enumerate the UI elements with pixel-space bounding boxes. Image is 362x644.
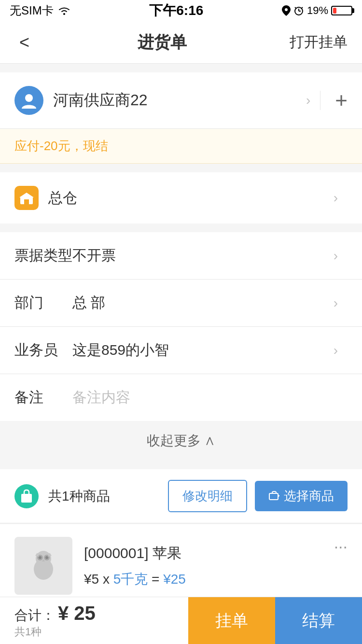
staff-row[interactable]: 业务员 这是859的小智 › (0, 327, 362, 374)
svg-rect-10 (21, 494, 32, 503)
battery-percent: 19% (307, 4, 328, 17)
total-amount: ¥ 25 (58, 602, 96, 624)
svg-point-1 (285, 8, 288, 11)
product-thumbnail (14, 537, 72, 595)
product-card: [0000001] 苹果 ¥5 x 5千克 = ¥25 ··· (0, 524, 362, 608)
select-product-button[interactable]: 选择商品 (255, 481, 348, 511)
unit-price: ¥5 x (84, 572, 113, 587)
product-name: [0000001] 苹果 (84, 544, 322, 563)
back-button[interactable]: < (14, 28, 34, 57)
shopping-bag-icon (19, 489, 34, 504)
remark-row[interactable]: 备注 备注内容 (0, 374, 362, 421)
nav-bar: < 进货单 打开挂单 (0, 21, 362, 64)
owl-logo-icon (27, 549, 60, 583)
section-gap-1 (0, 64, 362, 72)
invoice-value: 不开票 (72, 246, 334, 266)
svg-point-7 (25, 94, 33, 102)
warehouse-chevron-icon: › (334, 190, 338, 206)
select-product-label: 选择商品 (284, 488, 334, 504)
edit-detail-button[interactable]: 修改明细 (168, 480, 247, 512)
section-gap-2 (0, 164, 362, 172)
product-count-label: 共1种商品 (48, 487, 168, 505)
checkout-button[interactable]: 结算 (275, 597, 362, 644)
warehouse-icon-bg (14, 186, 39, 210)
cart-icon (268, 490, 280, 502)
total-text: 合计： (14, 606, 55, 625)
equals-sign: = (148, 572, 163, 587)
notice-banner: 应付-20元，现结 (0, 129, 362, 164)
bottom-bar: 合计： ¥ 25 共1种 挂单 结算 (0, 597, 362, 644)
status-bar: 无SIM卡 下午6:16 19% (0, 0, 362, 21)
invoice-label: 票据类型 (14, 246, 72, 266)
add-supplier-button[interactable]: + (335, 90, 348, 111)
dept-row[interactable]: 部门 总 部 › (0, 280, 362, 327)
total-section: 合计： ¥ 25 共1种 (0, 602, 188, 639)
invoice-row[interactable]: 票据类型 不开票 › (0, 232, 362, 280)
total-label: 合计： ¥ 25 (14, 602, 174, 625)
supplier-section: 河南供应商22 › + (0, 72, 362, 129)
dept-value: 总 部 (72, 293, 334, 313)
product-price-row: ¥5 x 5千克 = ¥25 (84, 570, 322, 588)
wifi-icon (57, 6, 71, 15)
warehouse-section: 总仓 › (0, 172, 362, 224)
collapse-toggle[interactable]: 收起更多 ∧ (0, 421, 362, 461)
open-hang-button[interactable]: 打开挂单 (290, 32, 348, 52)
supplier-avatar-icon (20, 91, 38, 110)
staff-label: 业务员 (14, 340, 72, 360)
product-info: [0000001] 苹果 ¥5 x 5千克 = ¥25 (84, 544, 322, 588)
svg-point-0 (63, 13, 65, 15)
dept-label: 部门 (14, 293, 72, 313)
hang-button[interactable]: 挂单 (188, 597, 275, 644)
warehouse-name: 总仓 (48, 188, 334, 208)
invoice-chevron-icon: › (334, 248, 338, 264)
subtotal: ¥25 (163, 572, 186, 587)
supplier-chevron-icon: › (306, 93, 310, 108)
page-title: 进货单 (138, 31, 187, 54)
product-title: 苹果 (153, 545, 181, 561)
battery-fill (333, 8, 336, 14)
warehouse-icon (19, 191, 34, 205)
location-icon (282, 5, 291, 16)
carrier-text: 无SIM卡 (10, 3, 54, 18)
total-sub: 共1种 (14, 625, 174, 639)
status-left: 无SIM卡 (10, 3, 71, 18)
svg-line-5 (295, 7, 296, 9)
staff-chevron-icon: › (334, 343, 338, 358)
warehouse-row[interactable]: 总仓 › (0, 172, 362, 224)
remark-label: 备注 (14, 388, 72, 407)
battery-icon (331, 6, 352, 15)
form-section: 票据类型 不开票 › 部门 总 部 › 业务员 这是859的小智 › 备注 备注… (0, 232, 362, 421)
product-more-button[interactable]: ··· (334, 537, 348, 556)
product-count-icon-bg (14, 484, 39, 508)
supplier-name[interactable]: 河南供应商22 (53, 90, 306, 111)
dept-chevron-icon: › (334, 295, 338, 311)
qty-value: 5千克 (113, 572, 148, 587)
staff-value: 这是859的小智 (72, 340, 334, 360)
section-gap-3 (0, 224, 362, 232)
products-header: 共1种商品 修改明细 选择商品 (0, 469, 362, 523)
alarm-icon (293, 5, 304, 16)
supplier-avatar (14, 86, 43, 115)
status-right: 19% (282, 4, 352, 17)
vertical-divider (320, 91, 320, 110)
remark-input[interactable]: 备注内容 (72, 388, 348, 407)
svg-rect-11 (269, 493, 278, 500)
svg-rect-9 (24, 199, 29, 204)
svg-line-6 (301, 7, 303, 9)
status-time: 下午6:16 (149, 1, 203, 20)
product-code: [0000001] (84, 545, 153, 561)
